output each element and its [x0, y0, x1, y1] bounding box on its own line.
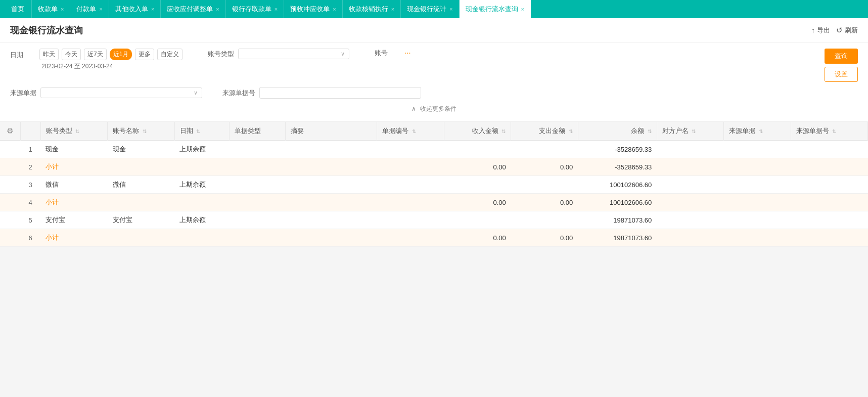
close-icon[interactable]: × — [333, 6, 336, 12]
th-account-name[interactable]: 账号名称 ⇅ — [108, 122, 175, 141]
nav-tab-payments[interactable]: 付款单 × — [70, 0, 109, 18]
th-date[interactable]: 日期 ⇅ — [174, 122, 230, 141]
settings-button[interactable]: 设置 — [825, 67, 858, 82]
td-source-doc — [724, 176, 791, 194]
td-index: 6 — [20, 229, 40, 247]
td-summary — [285, 141, 377, 158]
date-btn-1month[interactable]: 近1月 — [110, 49, 132, 60]
nav-tab-adjustment[interactable]: 应收应付调整单 × — [161, 0, 225, 18]
refresh-icon: ↺ — [836, 26, 843, 35]
td-source-doc-no — [791, 211, 867, 229]
sort-icon: ⇅ — [759, 128, 763, 134]
td-account-type: 小计 — [40, 229, 108, 247]
close-icon[interactable]: × — [391, 6, 394, 12]
sort-icon: ⇅ — [412, 128, 416, 134]
th-source-doc[interactable]: 来源单据 ⇅ — [724, 122, 791, 141]
th-account-type[interactable]: 账号类型 ⇅ — [40, 122, 108, 141]
td-source-doc-no — [791, 194, 867, 211]
nav-tab-verify[interactable]: 收款核销执行 × — [343, 0, 401, 18]
close-icon[interactable]: × — [275, 6, 278, 12]
date-btn-7days[interactable]: 近7天 — [84, 49, 107, 60]
table-row: 2 小计 0.00 0.00 -3528659.33 — [0, 158, 868, 176]
gear-icon[interactable]: ⚙ — [7, 126, 13, 135]
th-income[interactable]: 收入金额 ⇅ — [444, 122, 511, 141]
refresh-button[interactable]: ↺ 刷新 — [836, 26, 858, 35]
nav-tab-prepaid[interactable]: 预收冲应收单 × — [284, 0, 342, 18]
td-balance: -3528659.33 — [578, 141, 657, 158]
sort-icon: ⇅ — [832, 128, 836, 134]
td-account-name: 现金 — [108, 141, 175, 158]
td-account-type: 现金 — [40, 141, 108, 158]
td-index: 1 — [20, 141, 40, 158]
td-source-doc — [724, 158, 791, 176]
td-doc-type — [230, 176, 285, 194]
td-date: 上期余额 — [174, 176, 230, 194]
table-body: 1 现金 现金 上期余额 -3528659.33 2 小计 0.00 0.00 … — [0, 141, 868, 247]
th-balance[interactable]: 余额 ⇅ — [578, 122, 657, 141]
td-balance: 19871073.60 — [578, 211, 657, 229]
td-account-name: 支付宝 — [108, 211, 175, 229]
close-icon[interactable]: × — [99, 6, 102, 12]
sort-icon: ⇅ — [648, 128, 652, 134]
th-expense[interactable]: 支出金额 ⇅ — [511, 122, 578, 141]
nav-tab-receipts[interactable]: 收款单 × — [32, 0, 70, 18]
date-btn-more[interactable]: 更多 — [135, 49, 154, 60]
td-doc-no — [377, 158, 444, 176]
td-summary — [285, 211, 377, 229]
td-expense — [511, 141, 578, 158]
nav-tab-flow-query[interactable]: 现金银行流水查询 × — [460, 0, 531, 18]
export-button[interactable]: ↑ 导出 — [811, 26, 830, 35]
td-doc-type — [230, 211, 285, 229]
td-index: 4 — [20, 194, 40, 211]
td-doc-no — [377, 229, 444, 247]
td-account-name — [108, 158, 175, 176]
sort-icon: ⇅ — [143, 128, 147, 134]
date-shortcuts: 昨天 今天 近7天 近1月 更多 自定义 — [39, 49, 182, 60]
date-btn-today[interactable]: 今天 — [62, 49, 81, 60]
close-icon[interactable]: × — [61, 6, 64, 12]
td-expense: 0.00 — [511, 194, 578, 211]
td-expense: 0.00 — [511, 229, 578, 247]
td-account-name: 微信 — [108, 176, 175, 194]
td-account-name — [108, 194, 175, 211]
collapse-bar[interactable]: ∧ 收起更多条件 — [10, 103, 858, 117]
account-dots[interactable]: ··· — [404, 49, 410, 58]
nav-tab-other-income[interactable]: 其他收入单 × — [109, 0, 161, 18]
source-doc-num-input[interactable] — [259, 87, 421, 99]
query-button[interactable]: 查询 — [825, 49, 858, 64]
chevron-up-icon: ∧ — [412, 105, 416, 112]
td-settings — [0, 141, 20, 158]
td-expense — [511, 176, 578, 194]
source-doc-select[interactable]: ∨ — [40, 87, 202, 98]
td-balance: -3528659.33 — [578, 158, 657, 176]
td-summary — [285, 229, 377, 247]
td-doc-no — [377, 176, 444, 194]
th-counterpart[interactable]: 对方户名 ⇅ — [657, 122, 724, 141]
th-source-doc-no[interactable]: 来源单据号 ⇅ — [791, 122, 867, 141]
close-icon[interactable]: × — [449, 6, 452, 12]
td-balance: 19871073.60 — [578, 229, 657, 247]
close-icon[interactable]: × — [151, 6, 154, 12]
table-row: 4 小计 0.00 0.00 100102606.60 — [0, 194, 868, 211]
td-expense — [511, 211, 578, 229]
td-balance: 100102606.60 — [578, 176, 657, 194]
nav-tab-home[interactable]: 首页 — [4, 0, 32, 18]
flow-table: ⚙ 账号类型 ⇅ 账号名称 ⇅ 日期 ⇅ 单据类型 摘要 单据编号 — [0, 122, 868, 247]
sort-icon: ⇅ — [501, 128, 506, 134]
td-summary — [285, 158, 377, 176]
td-income — [444, 211, 511, 229]
close-icon[interactable]: × — [521, 6, 524, 12]
td-doc-type — [230, 141, 285, 158]
th-doc-no[interactable]: 单据编号 ⇅ — [377, 122, 444, 141]
td-source-doc-no — [791, 141, 867, 158]
th-settings[interactable]: ⚙ — [0, 122, 20, 141]
account-type-label: 账号类型 — [208, 50, 234, 59]
nav-tab-stats[interactable]: 现金银行统计 × — [401, 0, 459, 18]
td-account-type: 小计 — [40, 194, 108, 211]
account-type-select[interactable]: ∨ — [238, 49, 349, 59]
date-btn-yesterday[interactable]: 昨天 — [39, 49, 59, 60]
td-index: 2 — [20, 158, 40, 176]
date-btn-custom[interactable]: 自定义 — [157, 49, 182, 60]
close-icon[interactable]: × — [216, 6, 219, 12]
nav-tab-bank-deposit[interactable]: 银行存取款单 × — [226, 0, 284, 18]
